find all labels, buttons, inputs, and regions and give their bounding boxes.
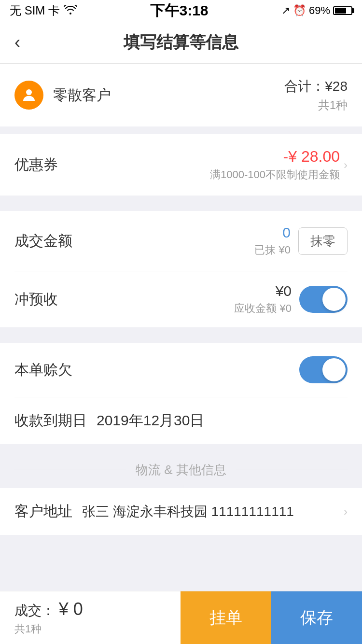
transaction-value: 0 bbox=[254, 224, 291, 241]
coupon-right: -¥ 28.00 满1000-100不限制使用金额 › bbox=[210, 148, 348, 182]
customer-total: 合计：¥28 共1种 bbox=[284, 77, 348, 113]
battery-icon bbox=[333, 6, 352, 15]
coupon-value-block: -¥ 28.00 满1000-100不限制使用金额 bbox=[210, 148, 340, 182]
alarm-icon: ⏰ bbox=[293, 4, 306, 17]
prepay-label: 冲预收 bbox=[14, 290, 58, 309]
gray-divider-2 bbox=[0, 335, 362, 343]
transaction-sub: 已抹 ¥0 bbox=[254, 243, 291, 257]
customer-avatar bbox=[14, 81, 43, 110]
save-button[interactable]: 保存 bbox=[271, 591, 362, 644]
status-time: 下午3:18 bbox=[150, 1, 208, 21]
debt-row: 本单赊欠 bbox=[0, 343, 362, 397]
hold-button[interactable]: 挂单 bbox=[181, 591, 271, 644]
prepay-value-block: ¥0 应收金额 ¥0 bbox=[234, 283, 292, 316]
nav-bar: ‹ 填写结算等信息 bbox=[0, 21, 362, 64]
no-sim-text: 无 SIM 卡 bbox=[10, 3, 60, 18]
content: 零散客户 合计：¥28 共1种 优惠券 -¥ 28.00 满1000-100不限… bbox=[0, 64, 362, 601]
duedate-value: 2019年12月30日 bbox=[97, 411, 204, 431]
bottom-summary-amount: ¥ 0 bbox=[59, 599, 83, 619]
status-right: ↗ ⏰ 69% bbox=[281, 4, 352, 17]
coupon-section: 优惠券 -¥ 28.00 满1000-100不限制使用金额 › bbox=[0, 134, 362, 196]
location-icon: ↗ bbox=[281, 4, 290, 17]
customer-section: 零散客户 合计：¥28 共1种 bbox=[0, 64, 362, 126]
transaction-row: 成交金额 0 已抹 ¥0 抹零 bbox=[0, 211, 362, 271]
address-chevron-icon: › bbox=[344, 505, 348, 518]
bottom-summary-count: 共1种 bbox=[14, 622, 166, 636]
coupon-row[interactable]: 优惠券 -¥ 28.00 满1000-100不限制使用金额 › bbox=[0, 134, 362, 196]
customer-row[interactable]: 零散客户 合计：¥28 共1种 bbox=[0, 64, 362, 126]
svg-point-0 bbox=[26, 89, 32, 95]
address-row[interactable]: 客户地址 张三 海淀永丰科技园 11111111111 › bbox=[0, 488, 362, 535]
prepay-toggle[interactable] bbox=[299, 286, 348, 313]
coupon-amount: -¥ 28.00 bbox=[210, 148, 340, 166]
toggle-knob bbox=[322, 288, 346, 311]
debt-toggle[interactable] bbox=[299, 356, 348, 383]
prepay-right: ¥0 应收金额 ¥0 bbox=[234, 283, 348, 316]
bottom-bar: 成交： ¥ 0 共1种 挂单 保存 bbox=[0, 591, 362, 644]
address-label: 客户地址 bbox=[14, 502, 72, 521]
chevron-right-icon: › bbox=[344, 158, 348, 172]
duedate-row[interactable]: 收款到期日 2019年12月30日 bbox=[0, 397, 362, 444]
roundup-button[interactable]: 抹零 bbox=[298, 227, 348, 255]
coupon-label: 优惠券 bbox=[14, 155, 58, 175]
logistics-line-right bbox=[236, 470, 348, 470]
back-button[interactable]: ‹ bbox=[14, 32, 20, 53]
customer-total-amount: 合计：¥28 bbox=[284, 77, 348, 96]
prepay-sub: 应收金额 ¥0 bbox=[234, 301, 292, 316]
page-title: 填写结算等信息 bbox=[124, 31, 238, 54]
prepay-row: 冲预收 ¥0 应收金额 ¥0 bbox=[0, 271, 362, 327]
bottom-summary-row: 成交： ¥ 0 bbox=[14, 599, 166, 620]
wifi-icon bbox=[64, 4, 77, 17]
transaction-value-block: 0 已抹 ¥0 bbox=[254, 224, 291, 257]
debt-label: 本单赊欠 bbox=[14, 360, 72, 380]
transaction-right: 0 已抹 ¥0 抹零 bbox=[254, 224, 348, 257]
status-left: 无 SIM 卡 bbox=[10, 3, 77, 18]
prepay-value: ¥0 bbox=[234, 283, 292, 299]
transaction-label: 成交金额 bbox=[14, 231, 72, 251]
logistics-line-left bbox=[14, 470, 126, 470]
logistics-label: 物流 & 其他信息 bbox=[136, 462, 226, 478]
gray-divider-1 bbox=[0, 203, 362, 211]
transaction-section: 成交金额 0 已抹 ¥0 抹零 冲预收 ¥0 应收金额 ¥0 bbox=[0, 211, 362, 327]
debt-section: 本单赊欠 收款到期日 2019年12月30日 bbox=[0, 343, 362, 444]
customer-left: 零散客户 bbox=[14, 81, 111, 110]
customer-name: 零散客户 bbox=[53, 85, 111, 105]
debt-toggle-knob bbox=[322, 358, 346, 381]
logistics-divider: 物流 & 其他信息 bbox=[0, 452, 362, 488]
address-value: 张三 海淀永丰科技园 11111111111 bbox=[82, 503, 344, 521]
bottom-summary-label: 成交： bbox=[14, 603, 55, 618]
coupon-desc: 满1000-100不限制使用金额 bbox=[210, 168, 340, 182]
battery-percent: 69% bbox=[309, 4, 330, 17]
status-bar: 无 SIM 卡 下午3:18 ↗ ⏰ 69% bbox=[0, 0, 362, 21]
duedate-label: 收款到期日 bbox=[14, 411, 87, 431]
customer-total-count: 共1种 bbox=[284, 98, 348, 113]
address-section: 客户地址 张三 海淀永丰科技园 11111111111 › bbox=[0, 488, 362, 535]
bottom-summary: 成交： ¥ 0 共1种 bbox=[0, 599, 181, 636]
